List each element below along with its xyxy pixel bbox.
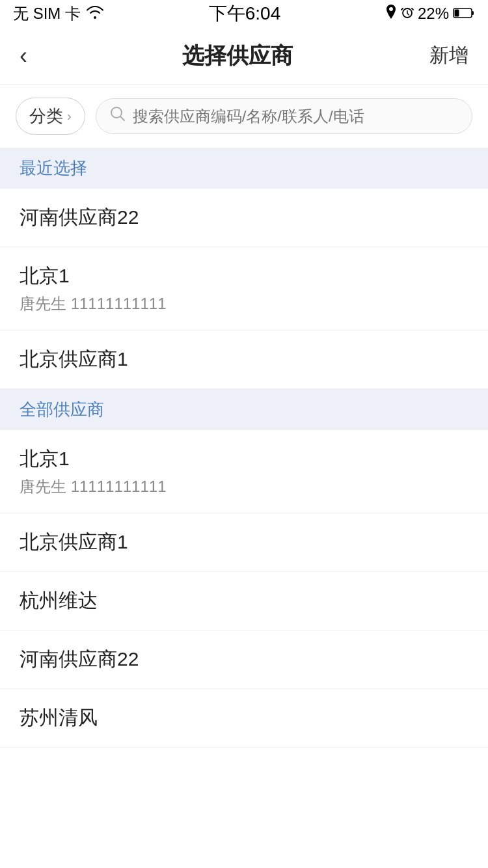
- search-input[interactable]: [133, 107, 459, 126]
- status-time: 下午6:04: [209, 1, 281, 26]
- battery-percent: 22%: [418, 5, 449, 23]
- list-item[interactable]: 北京供应商1: [0, 331, 488, 389]
- list-item[interactable]: 杭州维达: [0, 572, 488, 631]
- filter-bar: 分类 ›: [0, 85, 488, 148]
- item-sub: 唐先生 11111111111: [20, 293, 468, 314]
- chevron-right-icon: ›: [67, 109, 72, 124]
- list-item[interactable]: 苏州清风: [0, 689, 488, 748]
- location-icon: [385, 5, 397, 23]
- item-name: 北京1: [20, 446, 468, 472]
- category-label: 分类: [29, 105, 63, 128]
- item-name: 河南供应商22: [20, 204, 468, 231]
- list-item[interactable]: 北京1唐先生 11111111111: [0, 430, 488, 513]
- item-name: 北京供应商1: [20, 346, 468, 373]
- alarm-icon: [401, 5, 414, 23]
- all-section-label: 全部供应商: [20, 400, 104, 419]
- list-item[interactable]: 河南供应商22: [0, 189, 488, 247]
- item-name: 河南供应商22: [20, 646, 468, 673]
- all-section-header: 全部供应商: [0, 389, 488, 430]
- add-button[interactable]: 新增: [416, 42, 468, 69]
- item-name: 杭州维达: [20, 588, 468, 614]
- search-icon: [109, 105, 126, 127]
- svg-rect-2: [472, 11, 474, 15]
- category-filter-button[interactable]: 分类 ›: [16, 98, 85, 135]
- item-sub: 唐先生 11111111111: [20, 476, 468, 497]
- nav-bar: ‹ 选择供应商 新增: [0, 27, 488, 85]
- item-name: 北京供应商1: [20, 529, 468, 556]
- page-title: 选择供应商: [182, 41, 293, 71]
- list-item[interactable]: 河南供应商22: [0, 631, 488, 689]
- status-bar: 无 SIM 卡 下午6:04 22%: [0, 0, 488, 27]
- recent-items-list: 河南供应商22北京1唐先生 11111111111北京供应商1: [0, 189, 488, 389]
- recent-section-label: 最近选择: [20, 158, 87, 178]
- carrier-text: 无 SIM 卡: [13, 3, 81, 24]
- list-item[interactable]: 北京供应商1: [0, 513, 488, 572]
- item-name: 苏州清风: [20, 705, 468, 731]
- back-button[interactable]: ‹: [20, 42, 59, 70]
- status-left: 无 SIM 卡: [13, 3, 104, 24]
- battery-icon: [453, 5, 475, 23]
- status-right: 22%: [385, 5, 475, 23]
- item-name: 北京1: [20, 263, 468, 290]
- list-item[interactable]: 北京1唐先生 11111111111: [0, 247, 488, 331]
- recent-section-header: 最近选择: [0, 148, 488, 189]
- wifi-icon: [86, 5, 104, 23]
- search-box[interactable]: [96, 98, 472, 134]
- svg-rect-3: [455, 10, 459, 17]
- all-items-list: 北京1唐先生 11111111111北京供应商1杭州维达河南供应商22苏州清风: [0, 430, 488, 748]
